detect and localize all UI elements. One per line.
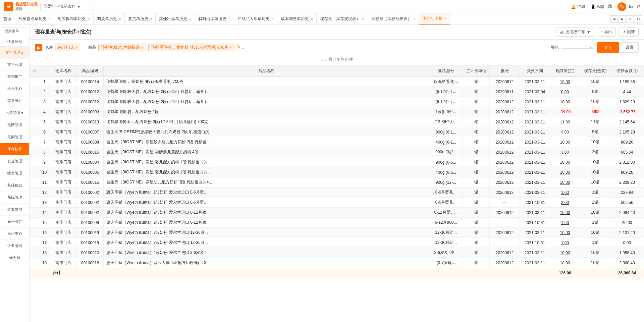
- warehouse-more-btn[interactable]: ···: [82, 45, 86, 50]
- col-no: 10: [39, 167, 50, 177]
- tab-tiaopi[interactable]: 调拨单历史 ×: [94, 13, 125, 25]
- col-balance: 2,094.40: [610, 208, 644, 218]
- col-stock-main[interactable]: 10.00: [550, 167, 580, 177]
- col-stock-main[interactable]: 10.00: [550, 97, 580, 107]
- user-info[interactable]: Ea demo2: [618, 2, 640, 11]
- app-download-btn[interactable]: 📱 App下载: [591, 4, 612, 9]
- sidebar-item-finance[interactable]: 资金管理: [0, 155, 29, 167]
- tab-menu-btn[interactable]: ⊟: [635, 15, 642, 23]
- tab-close-xianzai2[interactable]: ×: [414, 17, 416, 21]
- col-stock-main[interactable]: 10.00: [550, 228, 580, 238]
- tab-zuchai[interactable]: 组装拆卸单历史 ×: [54, 13, 94, 25]
- table-row: 8 南岸门店 00100016 合生元（BIOSTIME）派星 学龄前儿童配方奶…: [30, 147, 644, 157]
- sidebar-item-inventory[interactable]: 库存核算: [0, 143, 29, 155]
- tab-picci[interactable]: 库存批次整 ×: [419, 13, 450, 25]
- sidebar-item-basic[interactable]: 基础信息: [0, 179, 29, 192]
- product-tag-1-remove[interactable]: ×: [141, 46, 143, 50]
- tab-close-fenku[interactable]: ×: [49, 17, 51, 21]
- col-warehouse: 南岸门店: [50, 167, 77, 177]
- expand-more-btn[interactable]: ⌄⌄ 展开更多条件: [321, 57, 353, 62]
- th-product-name: 商品名称: [104, 65, 429, 77]
- product-tag-2-remove[interactable]: ×: [229, 46, 231, 50]
- printer-icon: 🖨: [560, 30, 564, 35]
- settings-gear-icon[interactable]: ⚙: [32, 68, 36, 73]
- tab-close-chengben[interactable]: ×: [311, 17, 313, 21]
- col-stock-main[interactable]: 10.00: [550, 137, 580, 147]
- col-stock-main[interactable]: 9.00: [550, 127, 580, 137]
- sidebar-item-operations[interactable]: 经营管理: [0, 167, 29, 179]
- tab-close-qitachu[interactable]: ×: [189, 17, 191, 21]
- sidebar-item-retail[interactable]: 零售管理▲: [0, 47, 29, 59]
- col-stock-main[interactable]: 10.00: [550, 248, 580, 258]
- tab-chengpin[interactable]: 产成品入库单历史 ×: [234, 13, 277, 25]
- chevron-down-icon: ▼: [77, 4, 81, 9]
- col-stock-main[interactable]: 0.00: [550, 87, 580, 97]
- col-stock-main[interactable]: 10.00: [550, 77, 580, 87]
- col-stock-main[interactable]: -39.00: [550, 107, 580, 117]
- message-btn[interactable]: 🔔 消息: [571, 4, 585, 9]
- tab-fenku[interactable]: 分量盘点单历史 ×: [15, 13, 54, 25]
- col-stock-main[interactable]: 1.00: [550, 218, 580, 228]
- sidebar-item-marketing[interactable]: 营销推广: [0, 71, 29, 83]
- sidebar-item-retail-shop[interactable]: 零售商城: [0, 59, 29, 71]
- col-stock-main[interactable]: 10.00: [550, 208, 580, 218]
- sidebar-item-retail-stat[interactable]: 零售统计: [0, 95, 29, 107]
- subtotal-stock-main: 126.00: [550, 268, 580, 278]
- tab-close-zuchai[interactable]: ×: [88, 17, 90, 21]
- export-btn[interactable]: ↑ 导出: [597, 28, 616, 37]
- sidebar-item-appcenter[interactable]: 应用中心: [0, 228, 29, 240]
- tab-close-tiaopi[interactable]: ×: [119, 17, 121, 21]
- tab-close-chengpin[interactable]: ×: [272, 17, 274, 21]
- sidebar-item-member[interactable]: 会员中心: [0, 83, 29, 95]
- tab-chengben[interactable]: 成本调整单历史 ×: [277, 13, 317, 25]
- product-more-btn[interactable]: ···: [246, 45, 249, 50]
- tab-home[interactable]: 首页: [0, 13, 15, 25]
- col-stock-main[interactable]: 3.00: [550, 147, 580, 157]
- sidebar-item-enterprise[interactable]: 企业协同: [0, 204, 29, 216]
- col-stock-main[interactable]: 11.00: [550, 117, 580, 127]
- org-selector[interactable]: 母婴行业演示账套 ▼: [40, 3, 94, 10]
- tab-xianzai1[interactable]: 现存量（库存状况表） ×: [317, 13, 368, 25]
- sidebar-search-input[interactable]: [2, 28, 27, 34]
- warehouse-tag-remove[interactable]: ×: [75, 46, 77, 50]
- sidebar-item-newguide[interactable]: 新手引导: [0, 216, 29, 228]
- tab-next-btn[interactable]: ▶: [619, 15, 626, 23]
- tab-qitachu[interactable]: 其他出库单历史 ×: [156, 13, 195, 25]
- sidebar-item-corpwechat[interactable]: 企业微信: [0, 240, 29, 252]
- product-more[interactable]: 飞...: [236, 45, 244, 50]
- sidebar-item-member2[interactable]: 畅会员: [0, 252, 29, 264]
- expand-left-btn[interactable]: ▶: [35, 44, 42, 51]
- tab-close-yaohu[interactable]: ×: [150, 17, 152, 21]
- sidebar-item-system[interactable]: 系统管理: [0, 192, 29, 204]
- sidebar-item-purchase[interactable]: 采购管理: [0, 131, 29, 143]
- col-stock-main[interactable]: 10.00: [550, 177, 580, 187]
- tab-close-all-btn[interactable]: ×: [627, 15, 634, 23]
- col-product-code: 00100002: [77, 198, 104, 208]
- tab-close-cailiao[interactable]: ×: [228, 17, 230, 21]
- col-stock-main[interactable]: 1.00: [550, 187, 580, 198]
- search-btn[interactable]: 查询: [597, 42, 619, 53]
- col-stock-main[interactable]: 2.00: [550, 198, 580, 208]
- col-no: 5: [39, 117, 50, 127]
- tab-close-picci[interactable]: ×: [444, 17, 446, 20]
- col-balance: 2,060.40: [610, 258, 644, 268]
- tab-yaohu[interactable]: 要货单历史 ×: [125, 13, 156, 25]
- sidebar-item-wholesale[interactable]: 批发管理▼: [0, 107, 29, 119]
- refresh-btn[interactable]: ↺ 刷新: [619, 28, 639, 37]
- tab-xianzai2[interactable]: 现存量（库存分布表） ×: [368, 13, 419, 25]
- table-row: 19 南岸门店 00100018 惠氏启赋（Wyeth illuma）亲和人体儿…: [30, 258, 644, 268]
- col-stock-main[interactable]: 10.00: [550, 157, 580, 167]
- print-btn[interactable]: 🖨 按模板打印 ▼: [556, 28, 594, 37]
- col-stock-main[interactable]: 1.00: [550, 238, 580, 248]
- tab-close-xianzai1[interactable]: ×: [362, 17, 364, 21]
- col-settings: [30, 218, 39, 228]
- col-expiry: 2021-03-11: [520, 97, 550, 107]
- settings-btn[interactable]: 设置: [621, 42, 639, 53]
- sidebar-quick-nav[interactable]: 快捷导航: [0, 37, 29, 47]
- sidebar-item-ecommerce[interactable]: 电商管理: [0, 119, 29, 131]
- col-stock-main[interactable]: 10.00: [550, 258, 580, 268]
- col-warehouse: 南岸门店: [50, 77, 77, 87]
- tab-cailiao[interactable]: 材料出库单历史 ×: [195, 13, 234, 25]
- col-unit: 罐: [463, 248, 490, 258]
- tab-prev-btn[interactable]: ◀: [610, 15, 618, 23]
